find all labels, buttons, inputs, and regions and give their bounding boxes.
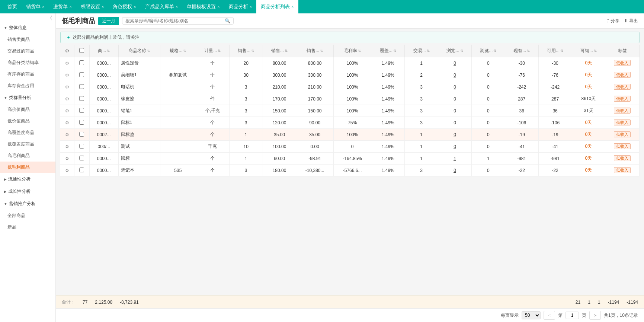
- share-button[interactable]: ⤴ 分享: [607, 18, 619, 24]
- row-gear-icon[interactable]: ⚙: [60, 165, 74, 176]
- row-gear-icon[interactable]: ⚙: [60, 93, 74, 105]
- row-checkbox[interactable]: [79, 156, 84, 160]
- sidebar-item-traded-products[interactable]: 交易过的商品: [0, 45, 55, 57]
- close-icon[interactable]: ×: [134, 4, 136, 9]
- th-name[interactable]: 商品名称⇅: [118, 45, 160, 57]
- row-view1[interactable]: 0: [438, 129, 472, 141]
- row-checkbox-cell[interactable]: [74, 153, 89, 165]
- close-icon[interactable]: ×: [176, 4, 178, 9]
- sidebar-item-high-value[interactable]: 高价值商品: [0, 104, 55, 115]
- th-transaction[interactable]: 交易...⇅: [405, 45, 438, 57]
- row-checkbox[interactable]: [79, 72, 84, 77]
- view1-link[interactable]: 0: [454, 168, 456, 173]
- view1-link[interactable]: 0: [454, 108, 456, 114]
- close-icon[interactable]: ×: [42, 4, 44, 9]
- close-icon[interactable]: ×: [250, 4, 252, 9]
- th-coverage[interactable]: 覆盖...⇅: [371, 45, 405, 57]
- row-gear-icon[interactable]: ⚙: [60, 69, 74, 81]
- th-tag[interactable]: 标签: [605, 45, 640, 57]
- row-checkbox[interactable]: [79, 168, 84, 172]
- row-view1[interactable]: 0: [438, 69, 472, 81]
- close-icon[interactable]: ×: [102, 4, 104, 9]
- export-button[interactable]: ⬆ 导出: [624, 18, 638, 24]
- th-checkbox[interactable]: [74, 45, 89, 57]
- nav-permission-setting[interactable]: 权限设置 ×: [76, 0, 108, 13]
- row-view1[interactable]: 0: [438, 117, 472, 129]
- nav-product-inbound[interactable]: 产成品入库单 ×: [141, 0, 182, 13]
- th-price[interactable]: 销售...⇅: [263, 45, 296, 57]
- th-qty[interactable]: 销售...⇅: [229, 45, 263, 57]
- nav-template-setting[interactable]: 单据模板设置 ×: [182, 0, 224, 13]
- nav-home[interactable]: 首页: [3, 0, 22, 13]
- search-input[interactable]: [125, 18, 223, 23]
- row-view1[interactable]: 0: [438, 81, 472, 93]
- nav-sales-order[interactable]: 销货单 ×: [22, 0, 49, 13]
- view1-link[interactable]: 0: [454, 96, 456, 102]
- sidebar-item-all-products[interactable]: 全部商品: [0, 210, 55, 221]
- th-gear[interactable]: ⚙: [60, 45, 74, 57]
- sidebar-section-liquidity[interactable]: ▶ 流通性分析: [0, 173, 55, 185]
- sidebar-item-category-rate[interactable]: 商品分类助销率: [0, 57, 55, 68]
- sidebar-item-low-value[interactable]: 低价值商品: [0, 115, 55, 127]
- nav-purchase-order[interactable]: 进货单 ×: [49, 0, 76, 13]
- row-view1[interactable]: 0: [438, 165, 472, 176]
- row-checkbox[interactable]: [79, 96, 84, 101]
- row-view1[interactable]: 0: [438, 141, 472, 153]
- sidebar-section-overall[interactable]: ▼ 整体信息: [0, 22, 55, 34]
- sidebar-collapse-button[interactable]: 《: [47, 15, 52, 22]
- row-checkbox[interactable]: [79, 144, 84, 149]
- sidebar-item-new-products[interactable]: 新品: [0, 221, 55, 233]
- close-icon[interactable]: ×: [291, 4, 294, 9]
- th-unit[interactable]: 计量...⇅: [196, 45, 229, 57]
- row-view1[interactable]: 1: [438, 153, 472, 165]
- sidebar-item-stock-capital[interactable]: 库存资金占用: [0, 80, 55, 92]
- th-available[interactable]: 可用...⇅: [538, 45, 572, 57]
- th-view1[interactable]: 浏览...⇅: [438, 45, 472, 57]
- search-icon[interactable]: 🔍: [225, 18, 230, 23]
- sidebar-item-high-coverage[interactable]: 高覆盖度商品: [0, 127, 55, 138]
- view1-link[interactable]: 0: [454, 73, 456, 78]
- nav-role-auth[interactable]: 角色授权 ×: [108, 0, 140, 13]
- th-sales[interactable]: 销售...⇅: [296, 45, 333, 57]
- row-checkbox-cell[interactable]: [74, 93, 89, 105]
- sidebar-section-group-analysis[interactable]: ▼ 类群量分析: [0, 92, 55, 104]
- row-checkbox-cell[interactable]: [74, 117, 89, 129]
- filter-recent-month-button[interactable]: 近一月: [98, 17, 119, 25]
- row-checkbox-cell[interactable]: [74, 69, 89, 81]
- close-icon[interactable]: ×: [69, 4, 71, 9]
- sidebar-section-marketing[interactable]: ▼ 营销推广分析: [0, 198, 55, 210]
- row-checkbox-cell[interactable]: [74, 57, 89, 69]
- per-page-select[interactable]: 50 100 200: [522, 311, 541, 319]
- row-checkbox-cell[interactable]: [74, 129, 89, 141]
- row-checkbox[interactable]: [79, 84, 84, 89]
- sidebar-item-sales-products[interactable]: 销售类商品: [0, 34, 55, 45]
- th-spec[interactable]: 规格...⇅: [160, 45, 196, 57]
- th-view2[interactable]: 浏览...⇅: [471, 45, 505, 57]
- row-checkbox-cell[interactable]: [74, 141, 89, 153]
- view1-link[interactable]: 1: [454, 156, 456, 161]
- row-checkbox-cell[interactable]: [74, 81, 89, 93]
- row-checkbox-cell[interactable]: [74, 105, 89, 117]
- prev-page-button[interactable]: ＜: [544, 311, 555, 320]
- row-view1[interactable]: 0: [438, 105, 472, 117]
- view1-link[interactable]: 0: [454, 132, 456, 137]
- th-current[interactable]: 现有...⇅: [505, 45, 538, 57]
- th-sellable[interactable]: 可销...⇅: [572, 45, 605, 57]
- row-checkbox[interactable]: [79, 108, 84, 113]
- row-checkbox[interactable]: [79, 132, 84, 137]
- close-icon[interactable]: ×: [217, 4, 220, 9]
- sidebar-section-growth[interactable]: ▶ 成长性分析: [0, 185, 55, 198]
- view1-link[interactable]: 0: [454, 85, 456, 90]
- sidebar-item-high-margin[interactable]: 高毛利商品: [0, 150, 55, 162]
- row-view1[interactable]: 0: [438, 93, 472, 105]
- row-checkbox[interactable]: [79, 120, 84, 125]
- row-gear-icon[interactable]: ⚙: [60, 153, 74, 165]
- view1-link[interactable]: 0: [454, 144, 456, 149]
- row-gear-icon[interactable]: ⚙: [60, 81, 74, 93]
- row-view1[interactable]: 0: [438, 57, 472, 69]
- row-checkbox-cell[interactable]: [74, 165, 89, 176]
- sidebar-item-low-coverage[interactable]: 低覆盖度商品: [0, 138, 55, 150]
- nav-product-analysis[interactable]: 商品分析 ×: [224, 0, 256, 13]
- row-gear-icon[interactable]: ⚙: [60, 129, 74, 141]
- nav-product-analysis-list[interactable]: 商品分析列表 ×: [256, 0, 298, 13]
